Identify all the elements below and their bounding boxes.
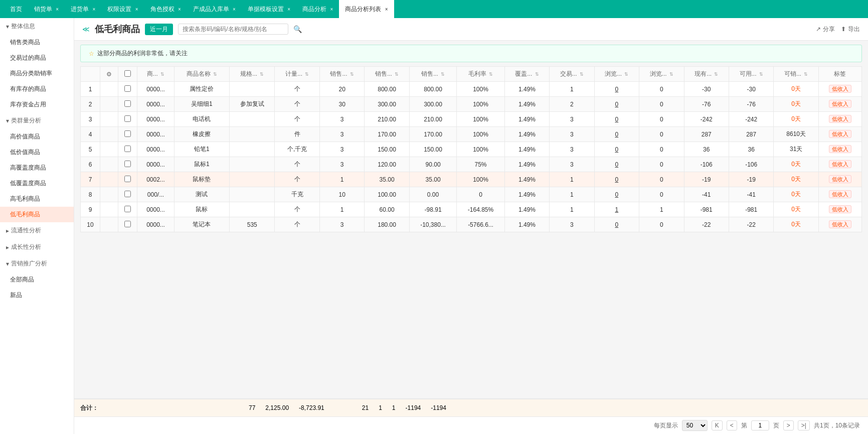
sidebar-item-low-value[interactable]: 低价值商品: [0, 144, 74, 160]
row-checkbox[interactable]: [124, 161, 131, 167]
sidebar-section-cluster[interactable]: ▾ 类群量分析: [0, 112, 74, 129]
cell-browse2: 0: [639, 217, 684, 232]
cell-checkbox[interactable]: [118, 202, 137, 217]
col-name[interactable]: 商品名称 ⇅: [174, 67, 229, 82]
row-checkbox[interactable]: [124, 130, 131, 137]
page-first-btn[interactable]: K: [712, 420, 723, 430]
cell-trade-count: 3: [550, 217, 594, 232]
nav-goods-analysis-list[interactable]: 商品分析列表 ×: [339, 0, 394, 18]
col-browse1[interactable]: 浏览... ⇅: [594, 67, 639, 82]
cell-checkbox[interactable]: [118, 157, 137, 172]
col-browse2[interactable]: 浏览... ⇅: [639, 67, 684, 82]
cell-number: 2: [81, 97, 100, 112]
cell-browse1[interactable]: 0: [594, 142, 639, 157]
cell-checkbox[interactable]: [118, 187, 137, 202]
collapse-sidebar-icon[interactable]: ≪: [82, 25, 90, 33]
table-row: 3 0000... 电话机 个 3 210.00 210.00 100% 1.4…: [81, 112, 862, 127]
page-input[interactable]: [751, 420, 769, 430]
col-settings[interactable]: ⚙: [100, 67, 118, 82]
sidebar-item-new-goods[interactable]: 新品: [0, 287, 74, 303]
cell-browse1[interactable]: 1: [594, 202, 639, 217]
col-salable[interactable]: 可销... ⇅: [774, 67, 818, 82]
cell-number: 3: [81, 112, 100, 127]
cell-browse1[interactable]: 0: [594, 172, 639, 187]
sidebar-item-high-coverage[interactable]: 高覆盖度商品: [0, 160, 74, 176]
row-checkbox[interactable]: [124, 221, 131, 227]
share-button[interactable]: ↗ 分享: [816, 25, 835, 34]
cell-tag: 低收入: [818, 172, 861, 187]
col-gross-rate[interactable]: 毛利率 ⇅: [457, 67, 504, 82]
sidebar-item-high-value[interactable]: 高价值商品: [0, 129, 74, 144]
export-button[interactable]: ⬆ 导出: [841, 25, 860, 34]
cell-checkbox[interactable]: [118, 112, 137, 127]
cell-browse1[interactable]: 0: [594, 217, 639, 232]
filter-recent-month-btn[interactable]: 近一月: [145, 24, 173, 35]
cell-browse1[interactable]: 0: [594, 82, 639, 97]
col-coverage[interactable]: 覆盖... ⇅: [504, 67, 549, 82]
row-checkbox[interactable]: [124, 100, 131, 107]
cell-stock-now: -30: [684, 82, 729, 97]
sidebar-item-all-goods[interactable]: 全部商品: [0, 272, 74, 287]
col-stock-now[interactable]: 现有... ⇅: [684, 67, 729, 82]
sidebar-section-overview[interactable]: ▾ 整体信息: [0, 18, 74, 35]
col-sales-profit[interactable]: 销售... ⇅: [409, 67, 456, 82]
sidebar-item-sales-goods[interactable]: 销售类商品: [0, 35, 74, 50]
row-checkbox[interactable]: [124, 191, 131, 197]
col-trade-count[interactable]: 交易... ⇅: [550, 67, 594, 82]
sidebar-section-flow[interactable]: ▸ 流通性分析: [0, 222, 74, 239]
cell-browse1[interactable]: 0: [594, 187, 639, 202]
nav-home[interactable]: 首页: [4, 0, 28, 18]
page-prev-btn[interactable]: <: [727, 420, 737, 430]
nav-role-auth[interactable]: 角色授权 ×: [144, 0, 187, 18]
col-sales-amount[interactable]: 销售... ⇅: [365, 67, 409, 82]
row-checkbox[interactable]: [124, 146, 131, 152]
row-checkbox[interactable]: [124, 176, 131, 182]
page-size-select[interactable]: 50 100: [682, 420, 708, 431]
cell-code: 0000...: [137, 82, 175, 97]
sidebar-item-traded-goods[interactable]: 交易过的商品: [0, 50, 74, 66]
cell-checkbox[interactable]: [118, 217, 137, 232]
sidebar-item-category-rate[interactable]: 商品分类助销率: [0, 66, 74, 81]
nav-template-settings[interactable]: 单据模板设置 ×: [242, 0, 296, 18]
page-last-btn[interactable]: >|: [798, 420, 810, 430]
page-next-btn[interactable]: >: [783, 420, 794, 430]
nav-goods-analysis[interactable]: 商品分析 ×: [296, 0, 339, 18]
search-input[interactable]: [178, 24, 288, 35]
sidebar-item-low-coverage[interactable]: 低覆盖度商品: [0, 176, 74, 191]
sidebar-section-marketing[interactable]: ▾ 营销推广分析: [0, 255, 74, 272]
sidebar-item-in-stock[interactable]: 有库存的商品: [0, 81, 74, 97]
row-checkbox[interactable]: [124, 85, 131, 92]
nav-product-entry[interactable]: 产成品入库单 ×: [187, 0, 242, 18]
nav-purchase[interactable]: 进货单 ×: [65, 0, 101, 18]
cell-browse1[interactable]: 0: [594, 97, 639, 112]
cell-checkbox[interactable]: [118, 127, 137, 142]
cell-gross-rate: 75%: [457, 157, 504, 172]
cell-browse1[interactable]: 0: [594, 112, 639, 127]
select-all-checkbox[interactable]: [124, 70, 131, 77]
cell-checkbox[interactable]: [118, 142, 137, 157]
col-sales-qty[interactable]: 销售... ⇅: [319, 67, 364, 82]
cell-checkbox[interactable]: [118, 97, 137, 112]
nav-sales[interactable]: 销货单 ×: [28, 0, 65, 18]
cell-stock-now: -242: [684, 112, 729, 127]
col-stock-avail[interactable]: 可用... ⇅: [729, 67, 773, 82]
cell-checkbox[interactable]: [118, 82, 137, 97]
search-button[interactable]: 🔍: [293, 25, 302, 33]
sidebar-section-growth[interactable]: ▸ 成长性分析: [0, 239, 74, 255]
col-spec[interactable]: 规格... ⇅: [230, 67, 275, 82]
row-checkbox[interactable]: [124, 206, 131, 212]
cell-number: 8: [81, 187, 100, 202]
col-unit[interactable]: 计量... ⇅: [275, 67, 319, 82]
sidebar-item-capital[interactable]: 库存资金占用: [0, 97, 74, 112]
cell-salable: 0天: [774, 157, 818, 172]
sidebar-item-high-profit[interactable]: 高毛利商品: [0, 191, 74, 207]
nav-auth-settings[interactable]: 权限设置 ×: [101, 0, 144, 18]
cell-sales-qty: 10: [319, 187, 364, 202]
row-checkbox[interactable]: [124, 115, 131, 122]
col-checkbox[interactable]: [118, 67, 137, 82]
sidebar-item-low-profit[interactable]: 低毛利商品: [0, 207, 74, 222]
col-code[interactable]: 商... ⇅: [137, 67, 175, 82]
cell-checkbox[interactable]: [118, 172, 137, 187]
cell-browse1[interactable]: 0: [594, 127, 639, 142]
cell-browse1[interactable]: 0: [594, 157, 639, 172]
